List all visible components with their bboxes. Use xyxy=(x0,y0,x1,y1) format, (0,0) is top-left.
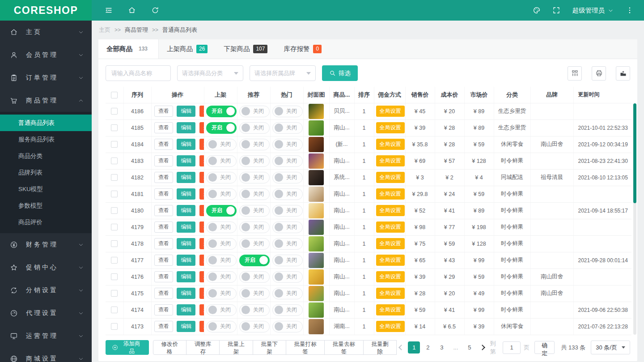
recommend-toggle[interactable]: 关闭 xyxy=(239,122,270,134)
on-sale-toggle[interactable]: 开启 xyxy=(206,106,237,117)
sidebar-subitem[interactable]: 商品评价 xyxy=(0,214,92,230)
recommend-toggle[interactable]: 关闭 xyxy=(239,188,270,200)
on-sale-toggle[interactable]: 关闭 xyxy=(206,255,237,266)
export-icon[interactable] xyxy=(616,66,630,81)
edit-button[interactable]: 编辑 xyxy=(177,238,195,249)
recommend-toggle[interactable]: 关闭 xyxy=(239,271,270,283)
view-button[interactable]: 查看 xyxy=(154,139,173,150)
tab[interactable]: 下架商品 107 xyxy=(216,39,275,59)
batch-button[interactable]: 批量删除 xyxy=(363,340,397,355)
column-settings-icon[interactable] xyxy=(568,66,582,81)
row-checkbox[interactable] xyxy=(111,158,118,164)
on-sale-toggle[interactable]: 关闭 xyxy=(206,238,237,250)
row-checkbox[interactable] xyxy=(111,273,118,280)
on-sale-toggle[interactable]: 关闭 xyxy=(206,271,237,283)
delete-button[interactable]: 删除 xyxy=(199,122,204,133)
row-checkbox[interactable] xyxy=(111,224,118,230)
batch-button[interactable]: 批量打标签 xyxy=(286,340,325,355)
row-checkbox[interactable] xyxy=(111,290,118,297)
on-sale-toggle[interactable]: 关闭 xyxy=(206,139,237,150)
recommend-toggle[interactable]: 关闭 xyxy=(239,139,270,150)
sidebar-item[interactable]: 财务管理 xyxy=(0,233,92,256)
print-icon[interactable] xyxy=(592,66,606,81)
tab[interactable]: 库存报警 0 xyxy=(275,39,330,59)
page-number[interactable]: 2 xyxy=(422,341,434,353)
delete-button[interactable]: 删除 xyxy=(199,271,204,282)
edit-button[interactable]: 编辑 xyxy=(177,288,195,299)
row-checkbox[interactable] xyxy=(111,124,118,131)
edit-button[interactable]: 编辑 xyxy=(177,106,195,117)
on-sale-toggle[interactable]: 开启 xyxy=(206,122,237,134)
table-scrollbar[interactable] xyxy=(633,103,636,335)
on-sale-toggle[interactable]: 关闭 xyxy=(206,188,237,200)
batch-button[interactable]: 批量去标签 xyxy=(324,340,363,355)
row-checkbox[interactable] xyxy=(111,191,118,197)
admin-user-menu[interactable]: 超级管理员 xyxy=(568,6,619,15)
edit-button[interactable]: 编辑 xyxy=(177,255,195,266)
delete-button[interactable]: 删除 xyxy=(199,139,204,150)
refresh-icon[interactable] xyxy=(147,2,163,18)
hot-toggle[interactable]: 关闭 xyxy=(272,321,303,332)
brand-select[interactable]: 请选择所属品牌 xyxy=(250,65,316,81)
delete-button[interactable]: 删除 xyxy=(199,155,204,166)
view-button[interactable]: 查看 xyxy=(154,321,173,332)
fullscreen-icon[interactable] xyxy=(548,2,564,18)
view-button[interactable]: 查看 xyxy=(154,172,173,183)
hot-toggle[interactable]: 关闭 xyxy=(272,288,303,299)
sidebar-subitem[interactable]: 品牌列表 xyxy=(0,164,92,181)
view-button[interactable]: 查看 xyxy=(154,221,173,233)
edit-button[interactable]: 编辑 xyxy=(177,205,195,216)
view-button[interactable]: 查看 xyxy=(154,288,173,299)
delete-button[interactable]: 删除 xyxy=(199,188,204,200)
batch-button[interactable]: 批量上架 xyxy=(219,340,253,355)
delete-button[interactable]: 删除 xyxy=(199,304,204,315)
row-checkbox[interactable] xyxy=(111,141,118,148)
hot-toggle[interactable]: 关闭 xyxy=(272,304,303,316)
hot-toggle[interactable]: 关闭 xyxy=(272,271,303,283)
recommend-toggle[interactable]: 关闭 xyxy=(239,221,270,233)
prev-page-button[interactable] xyxy=(397,341,406,354)
on-sale-toggle[interactable]: 关闭 xyxy=(206,304,237,316)
hot-toggle[interactable]: 关闭 xyxy=(272,139,303,150)
sidebar-item[interactable]: 运营管理 xyxy=(0,324,92,347)
delete-button[interactable]: 删除 xyxy=(199,205,204,216)
sidebar-item[interactable]: 分销设置 xyxy=(0,279,92,302)
select-all-checkbox[interactable] xyxy=(111,92,118,98)
page-number[interactable]: 3 xyxy=(436,341,448,353)
delete-button[interactable]: 删除 xyxy=(199,106,204,117)
hot-toggle[interactable]: 关闭 xyxy=(272,172,303,183)
view-button[interactable]: 查看 xyxy=(154,238,173,249)
hot-toggle[interactable]: 关闭 xyxy=(272,255,303,266)
table-scrollbar-thumb[interactable] xyxy=(633,103,636,203)
row-checkbox[interactable] xyxy=(111,240,118,247)
recommend-toggle[interactable]: 关闭 xyxy=(239,205,270,217)
view-button[interactable]: 查看 xyxy=(154,271,173,282)
delete-button[interactable]: 删除 xyxy=(199,238,204,249)
batch-button[interactable]: 批量下架 xyxy=(253,340,286,355)
more-menu-icon[interactable] xyxy=(622,2,638,18)
hot-toggle[interactable]: 关闭 xyxy=(272,238,303,250)
recommend-toggle[interactable]: 关闭 xyxy=(239,238,270,250)
edit-button[interactable]: 编辑 xyxy=(177,139,195,150)
row-checkbox[interactable] xyxy=(111,307,118,313)
view-button[interactable]: 查看 xyxy=(154,155,173,166)
edit-button[interactable]: 编辑 xyxy=(177,172,195,183)
sidebar-item[interactable]: 会员管理 xyxy=(0,43,92,66)
next-page-button[interactable] xyxy=(477,341,487,354)
edit-button[interactable]: 编辑 xyxy=(177,271,195,282)
sidebar-subitem[interactable]: 服务商品列表 xyxy=(0,131,92,148)
hot-toggle[interactable]: 关闭 xyxy=(272,205,303,217)
edit-button[interactable]: 编辑 xyxy=(177,221,195,233)
sidebar-subitem[interactable]: 商品分类 xyxy=(0,148,92,164)
delete-button[interactable]: 删除 xyxy=(199,221,204,233)
recommend-toggle[interactable]: 关闭 xyxy=(239,155,270,167)
page-number[interactable]: ... xyxy=(449,341,462,353)
edit-button[interactable]: 编辑 xyxy=(177,188,195,200)
goto-page-input[interactable] xyxy=(503,341,521,354)
filter-button[interactable]: 筛选 xyxy=(322,65,358,81)
hot-toggle[interactable]: 关闭 xyxy=(272,122,303,134)
theme-palette-icon[interactable] xyxy=(529,2,545,18)
delete-button[interactable]: 删除 xyxy=(199,321,204,332)
view-button[interactable]: 查看 xyxy=(154,122,173,133)
row-checkbox[interactable] xyxy=(111,108,118,115)
